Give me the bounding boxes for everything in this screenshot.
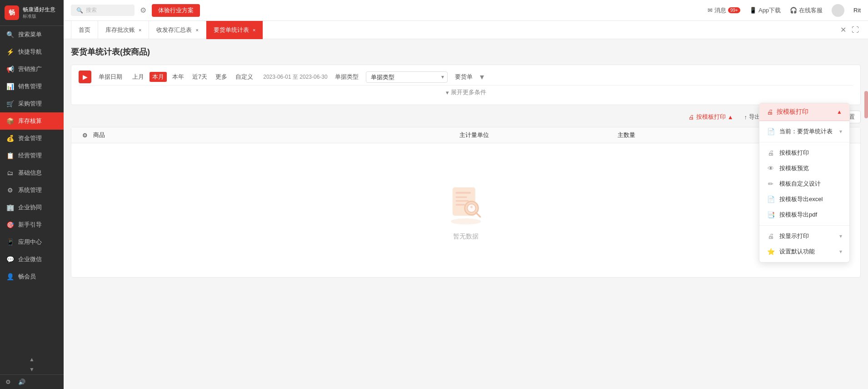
lightning-icon: ⚡ xyxy=(5,48,15,56)
sidebar-item-system[interactable]: ⚙ 系统管理 xyxy=(0,182,64,199)
svg-line-8 xyxy=(476,213,480,217)
dropdown-current-item[interactable]: 📄 当前：要货单统计表 ▾ xyxy=(759,124,849,139)
folder-icon: 🗂 xyxy=(5,169,15,177)
empty-text: 暂无数据 xyxy=(453,232,479,241)
trial-button[interactable]: 体验行业方案 xyxy=(152,4,200,17)
print-button[interactable]: 🖨 按模板打印 ▲ xyxy=(685,111,737,123)
th-quantity: 主数量 xyxy=(550,131,703,139)
toolbar: 🖨 按模板打印 ▲ ↑ 导出 ↺ 刷新 ⋯ 查询 设置 xyxy=(71,111,861,123)
message-button[interactable]: ✉ 消息 99+ xyxy=(708,6,740,15)
dropdown-header-left: 🖨 按模板打印 xyxy=(767,108,808,116)
dropdown-doc-icon: 📄 xyxy=(767,128,775,135)
user-avatar[interactable] xyxy=(832,4,844,17)
member-icon: 👤 xyxy=(5,273,15,280)
tab-collect-summary-label: 收发存汇总表 xyxy=(156,26,192,34)
chart-icon: 📊 xyxy=(5,83,15,90)
svg-rect-5 xyxy=(456,204,465,205)
filter-current-year[interactable]: 本年 xyxy=(170,72,187,82)
dropdown-display-left: 🖨 按显示打印 xyxy=(767,232,809,240)
dropdown-display-print[interactable]: 🖨 按显示打印 ▾ xyxy=(759,228,849,244)
filter-order-type-select[interactable]: 单据类型 xyxy=(366,71,448,83)
filter-custom[interactable]: 自定义 xyxy=(233,72,256,82)
tab-collect-summary[interactable]: 收发存汇总表 × xyxy=(149,21,206,39)
sidebar-item-guide[interactable]: 🎯 新手引导 xyxy=(0,216,64,233)
scrollbar-indicator[interactable] xyxy=(864,91,868,118)
sidebar-item-finance[interactable]: 💰 资金管理 xyxy=(0,130,64,147)
sidebar-item-appcenter[interactable]: 📱 应用中心 xyxy=(0,233,64,251)
sidebar-scroll-down[interactable]: ▼ xyxy=(0,364,64,374)
sidebar-item-member[interactable]: 👤 畅会员 xyxy=(0,268,64,285)
print-label: 按模板打印 xyxy=(696,113,726,121)
dropdown-item-template-preview[interactable]: 👁 按模板预览 xyxy=(759,161,849,176)
sidebar-item-operations[interactable]: 📋 经营管理 xyxy=(0,147,64,164)
sidebar-item-sales[interactable]: 📊 销售管理 xyxy=(0,78,64,95)
sidebar-item-wechat[interactable]: 💬 企业微信 xyxy=(0,251,64,268)
scroll-down-button[interactable]: ▼ xyxy=(29,366,35,373)
sidebar-item-corp[interactable]: 🏢 企业协同 xyxy=(0,199,64,216)
filter-row-1: ▶ 单据日期 上月 本月 本年 近7天 更多 自定义 2023-06-01 至 … xyxy=(79,71,853,83)
filter-yaohuo-dropdown-icon[interactable]: ▾ xyxy=(480,72,484,82)
dropdown-set-default[interactable]: ⭐ 设置默认功能 ▾ xyxy=(759,244,849,259)
filter-date-buttons: 上月 本月 本年 近7天 更多 自定义 xyxy=(130,72,256,82)
sidebar-item-base[interactable]: 🗂 基础信息 xyxy=(0,164,64,182)
filter-last7days[interactable]: 近7天 xyxy=(190,72,210,82)
online-service-button[interactable]: 🎧 在线客服 xyxy=(790,6,823,15)
dropdown-close-chevron[interactable]: ▲ xyxy=(837,109,842,115)
sidebar-item-quicknav[interactable]: ⚡ 快捷导航 xyxy=(0,43,64,61)
app-version: 标准版 xyxy=(23,13,55,20)
tab-inventory-batch-label: 库存批次账 xyxy=(105,26,135,34)
tab-inventory-batch[interactable]: 库存批次账 × xyxy=(98,21,149,39)
sidebar-item-label: 畅会员 xyxy=(18,273,36,281)
dropdown-item-template-excel-label: 按模板导出excel xyxy=(779,195,823,203)
dropdown-default-left: ⭐ 设置默认功能 xyxy=(767,248,815,256)
content-area: 要货单统计表(按商品) ▶ 单据日期 上月 本月 本年 近7天 更多 自定义 2… xyxy=(64,39,868,389)
dropdown-template-excel-icon: 📄 xyxy=(767,196,775,203)
megaphone-icon: 📢 xyxy=(5,66,15,73)
dropdown-item-template-design[interactable]: ✏ 模板自定义设计 xyxy=(759,176,849,192)
tab-home[interactable]: 首页 xyxy=(71,21,98,39)
sidebar-sound-icon[interactable]: 🔊 xyxy=(18,379,25,385)
filter-expand-btn[interactable]: ▾ 展开更多条件 xyxy=(446,88,486,96)
tab-close-all-button[interactable]: ✕ xyxy=(838,24,848,36)
sidebar-item-inventory[interactable]: 📦 库存核算 xyxy=(0,112,64,130)
tab-order-stats-close[interactable]: × xyxy=(253,27,255,33)
filter-expand-toggle[interactable]: ▶ xyxy=(79,71,91,83)
app-download-button[interactable]: 📱 App下载 xyxy=(749,6,781,15)
sidebar-scroll-up[interactable]: ▲ xyxy=(0,354,64,364)
dropdown-default-chevron: ▾ xyxy=(839,248,842,255)
sidebar-nav: 🔍 搜索菜单 ⚡ 快捷导航 📢 营销推广 📊 销售管理 🛒 采购管理 📦 库存核… xyxy=(0,26,64,354)
tab-collect-summary-close[interactable]: × xyxy=(195,27,198,33)
dropdown-item-template-pdf[interactable]: 📑 按模板导出pdf xyxy=(759,207,849,222)
chat-icon: 💬 xyxy=(5,256,15,263)
th-settings[interactable]: ⚙ xyxy=(77,132,93,139)
tab-order-stats-label: 要货单统计表 xyxy=(214,26,249,34)
tab-maximize-button[interactable]: ⛶ xyxy=(850,24,861,36)
sidebar-item-search[interactable]: 🔍 搜索菜单 xyxy=(0,26,64,43)
topbar-gear-icon[interactable]: ⚙ xyxy=(140,6,146,15)
sidebar-bottom: ⚙ 🔊 xyxy=(0,374,64,389)
print-chevron-icon: ▲ xyxy=(728,114,733,121)
dropdown-template-preview-icon: 👁 xyxy=(767,165,775,172)
dropdown-template-pdf-icon: 📑 xyxy=(767,211,775,218)
tab-inventory-batch-close[interactable]: × xyxy=(139,27,141,33)
sidebar-item-purchase[interactable]: 🛒 采购管理 xyxy=(0,95,64,112)
filter-prev-month[interactable]: 上月 xyxy=(130,72,147,82)
topbar-search[interactable]: 🔍 搜索 xyxy=(71,5,135,16)
dropdown-item-template-print[interactable]: 🖨 按模板打印 xyxy=(759,145,849,161)
dropdown-item-template-excel[interactable]: 📄 按模板导出excel xyxy=(759,192,849,207)
empty-state: 暂无数据 xyxy=(71,143,860,277)
scroll-up-button[interactable]: ▲ xyxy=(29,356,35,363)
dropdown-default-icon: ⭐ xyxy=(767,248,775,255)
filter-current-month[interactable]: 本月 xyxy=(150,72,167,82)
dropdown-current-left: 📄 当前：要货单统计表 xyxy=(767,127,833,136)
app-icon: 📱 xyxy=(749,7,757,14)
dropdown-item-template-print-label: 按模板打印 xyxy=(779,149,809,157)
empty-illustration xyxy=(443,180,489,225)
dropdown-print-icon: 🖨 xyxy=(767,108,773,116)
sidebar-item-label: 应用中心 xyxy=(18,238,42,246)
dropdown-items-section: 🖨 按模板打印 👁 按模板预览 ✏ 模板自定义设计 📄 按模板导出excel 📑 xyxy=(759,142,849,226)
sidebar-item-marketing[interactable]: 📢 营销推广 xyxy=(0,61,64,78)
tab-order-stats[interactable]: 要货单统计表 × xyxy=(206,21,263,39)
filter-more[interactable]: 更多 xyxy=(213,72,230,82)
sidebar-settings-icon[interactable]: ⚙ xyxy=(5,379,11,385)
